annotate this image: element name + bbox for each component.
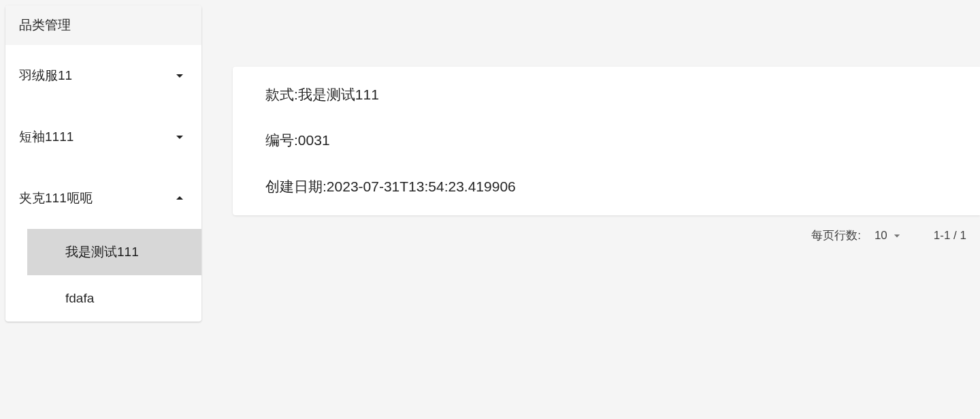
sidebar-item-label: 夹克111呃呃 xyxy=(19,189,93,207)
sidebar-item-jiake[interactable]: 夹克111呃呃 xyxy=(5,168,201,229)
chevron-up-icon xyxy=(172,190,188,206)
chevron-down-icon xyxy=(172,129,188,145)
detail-code: 编号:0031 xyxy=(265,130,947,150)
rows-per-page-value: 10 xyxy=(875,229,887,243)
main-content: 款式:我是测试111 编号:0031 创建日期:2023-07-31T13:54… xyxy=(207,0,980,419)
detail-style-value: 我是测试111 xyxy=(298,87,379,102)
rows-per-page: 每页行数: 10 xyxy=(811,228,904,243)
sidebar-header: 品类管理 xyxy=(5,5,201,45)
detail-created-label: 创建日期: xyxy=(265,179,327,194)
sidebar-subitem-label: 我是测试111 xyxy=(65,243,139,261)
sidebar-subitem-label: fdafa xyxy=(65,291,94,306)
detail-code-label: 编号: xyxy=(265,132,298,148)
sidebar-subitem-fdafa[interactable]: fdafa xyxy=(27,275,201,322)
pagination: 每页行数: 10 1-1 / 1 xyxy=(207,215,980,243)
sidebar-item-label: 羽绒服11 xyxy=(19,67,72,84)
dropdown-icon xyxy=(890,229,904,243)
sidebar-item-yurongfu[interactable]: 羽绒服11 xyxy=(5,45,201,106)
sidebar-item-label: 短袖1111 xyxy=(19,128,74,146)
sidebar-subitem-test111[interactable]: 我是测试111 xyxy=(27,229,201,275)
rows-per-page-select[interactable]: 10 xyxy=(875,229,904,243)
pagination-range: 1-1 / 1 xyxy=(934,229,966,243)
detail-created-value: 2023-07-31T13:54:23.419906 xyxy=(327,179,516,194)
detail-style-label: 款式: xyxy=(265,87,298,102)
sidebar: 品类管理 羽绒服11 短袖1111 夹克111呃呃 我是测试111 fdafa xyxy=(5,5,201,322)
detail-code-value: 0031 xyxy=(298,132,330,148)
sidebar-item-duanxiu[interactable]: 短袖1111 xyxy=(5,106,201,168)
rows-per-page-label: 每页行数: xyxy=(811,228,861,243)
detail-style: 款式:我是测试111 xyxy=(265,84,947,104)
app-layout: 品类管理 羽绒服11 短袖1111 夹克111呃呃 我是测试111 fdafa … xyxy=(0,0,980,419)
chevron-down-icon xyxy=(172,67,188,84)
detail-created: 创建日期:2023-07-31T13:54:23.419906 xyxy=(265,176,947,196)
detail-card: 款式:我是测试111 编号:0031 创建日期:2023-07-31T13:54… xyxy=(233,67,980,215)
